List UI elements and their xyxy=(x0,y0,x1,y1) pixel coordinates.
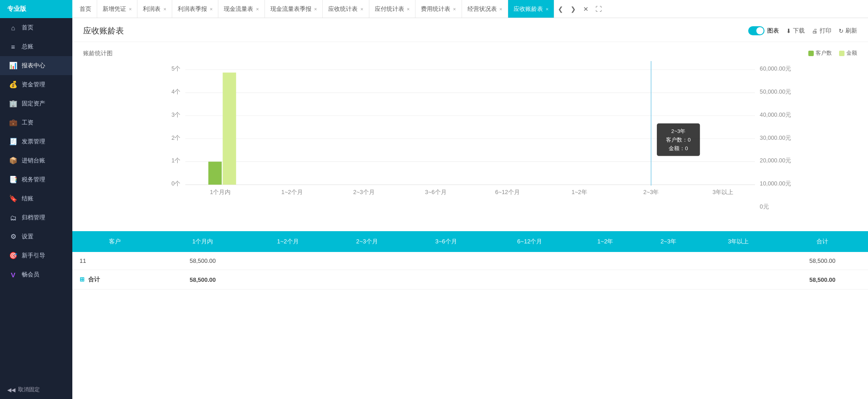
tab-business-stat[interactable]: 经营状况表 × xyxy=(462,0,508,18)
chart-toggle[interactable]: 图表 xyxy=(748,26,779,35)
x-label-month36: 3~6个月 xyxy=(425,189,447,195)
refresh-button[interactable]: ↻ 刷新 xyxy=(839,27,857,35)
td-month36 xyxy=(406,252,486,270)
sidebar-footer-pin[interactable]: ◀◀ 取消固定 xyxy=(0,380,72,399)
x-label-year3plus: 3年以上 xyxy=(712,189,733,195)
download-label: 下载 xyxy=(793,27,805,35)
sidebar-item-funds[interactable]: 💰 资金管理 xyxy=(0,75,72,94)
tab-receivable-age-close[interactable]: × xyxy=(546,6,548,12)
sidebar-item-settings[interactable]: ⚙ 设置 xyxy=(0,227,72,246)
tooltip-amount: 金额：0 xyxy=(669,145,688,151)
tab-expense-stat-close[interactable]: × xyxy=(453,6,456,12)
page-header: 应收账龄表 图表 ⬇ 下载 🖨 打印 ↻ 刷新 xyxy=(72,18,868,42)
td-total: 58,500.00 xyxy=(777,252,868,270)
tab-prev-btn[interactable]: ❮ xyxy=(554,0,567,18)
refresh-icon: ↻ xyxy=(839,28,844,34)
footer-label: 取消固定 xyxy=(18,386,40,394)
tab-close-all-btn[interactable]: ✕ xyxy=(580,0,592,18)
toggle-track[interactable] xyxy=(748,26,764,35)
sidebar-item-home[interactable]: ⌂ 首页 xyxy=(0,18,72,37)
sidebar-item-reports[interactable]: 📊 报表中心 xyxy=(0,56,72,75)
print-button[interactable]: 🖨 打印 xyxy=(812,27,831,35)
funds-icon: 💰 xyxy=(9,81,17,89)
tab-cashflow[interactable]: 现金流量表 × xyxy=(218,0,264,18)
tab-cashflow-close[interactable]: × xyxy=(256,6,259,12)
tab-expense-stat[interactable]: 费用统计表 × xyxy=(415,0,462,18)
sidebar-label-settle: 结账 xyxy=(22,195,33,203)
sidebar-item-purchase[interactable]: 📦 进销台账 xyxy=(0,151,72,170)
download-icon: ⬇ xyxy=(786,28,791,34)
archive-icon: 🗂 xyxy=(9,214,17,222)
print-icon: 🖨 xyxy=(812,28,818,34)
td-total-total: 58,500.00 xyxy=(777,270,868,290)
tab-business-stat-close[interactable]: × xyxy=(500,6,502,12)
y-label-1: 1个 xyxy=(171,157,180,164)
legend-amount-label: 金额 xyxy=(846,49,857,57)
chart-svg: 5个 4个 3个 2个 1个 0个 60,000.00元 50,000.00元 … xyxy=(83,61,857,224)
table-wrapper: 客户 1个月内 1~2个月 2~3个月 3~6个月 6~12个月 1~2年 2~… xyxy=(72,231,868,299)
sidebar-item-ledger[interactable]: ≡ 总账 xyxy=(0,37,72,56)
th-month612: 6~12个月 xyxy=(486,231,574,252)
tab-home[interactable]: 首页 xyxy=(74,0,97,18)
ledger-icon: ≡ xyxy=(9,43,17,51)
y-label-5: 5个 xyxy=(171,66,180,72)
sidebar-item-vip[interactable]: V 畅会员 xyxy=(0,265,72,284)
tab-cashflow-quarter[interactable]: 现金流量表季报 × xyxy=(265,0,323,18)
tab-receivable-age[interactable]: 应收账龄表 × xyxy=(508,0,554,18)
td-total-year12 xyxy=(574,270,637,290)
toggle-label: 图表 xyxy=(767,27,779,35)
sidebar-label-assets: 固定资产 xyxy=(22,100,45,108)
settings-icon: ⚙ xyxy=(9,233,17,241)
td-year23 xyxy=(637,252,700,270)
tab-receivable-stat[interactable]: 应收统计表 × xyxy=(323,0,369,18)
total-icon: ⊞ xyxy=(80,276,85,283)
tab-cashflow-quarter-close[interactable]: × xyxy=(314,6,317,12)
sidebar: 专业版 ⌂ 首页 ≡ 总账 📊 报表中心 💰 资金管理 🏢 固定资产 💼 工资 … xyxy=(0,0,72,399)
tab-receivable-stat-label: 应收统计表 xyxy=(328,5,358,13)
sidebar-item-assets[interactable]: 🏢 固定资产 xyxy=(0,94,72,113)
tab-business-stat-label: 经营状况表 xyxy=(467,5,497,13)
th-month12: 1~2个月 xyxy=(248,231,327,252)
yr-label-1: 10,000.00元 xyxy=(760,180,791,187)
sidebar-item-invoice[interactable]: 🧾 发票管理 xyxy=(0,132,72,151)
reports-icon: 📊 xyxy=(9,62,17,70)
td-month23 xyxy=(327,252,406,270)
yr-label-5: 50,000.00元 xyxy=(760,89,791,95)
th-month36: 3~6个月 xyxy=(406,231,486,252)
sidebar-item-settle[interactable]: 🔖 结账 xyxy=(0,189,72,208)
tab-payable-stat-close[interactable]: × xyxy=(407,6,410,12)
tab-profit-close[interactable]: × xyxy=(163,6,166,12)
td-month12 xyxy=(248,252,327,270)
chart-title: 账龄统计图 xyxy=(83,49,857,57)
tab-cashflow-quarter-label: 现金流量表季报 xyxy=(270,5,311,13)
tab-profit[interactable]: 利润表 × xyxy=(137,0,172,18)
refresh-label: 刷新 xyxy=(845,27,857,35)
purchase-icon: 📦 xyxy=(9,157,17,165)
sidebar-item-archive[interactable]: 🗂 归档管理 xyxy=(0,208,72,227)
sidebar-item-salary[interactable]: 💼 工资 xyxy=(0,113,72,132)
sidebar-label-ledger: 总账 xyxy=(22,43,33,51)
yr-label-4: 40,000.00元 xyxy=(760,112,791,118)
tab-profit-quarter-close[interactable]: × xyxy=(210,6,212,12)
yr-label-6: 60,000.00元 xyxy=(760,66,791,72)
tab-receivable-stat-close[interactable]: × xyxy=(360,6,363,12)
download-button[interactable]: ⬇ 下载 xyxy=(786,27,805,35)
tab-profit-quarter[interactable]: 利润表季报 × xyxy=(172,0,218,18)
sidebar-item-guide[interactable]: 🎯 新手引导 xyxy=(0,246,72,265)
sidebar-item-tax[interactable]: 📑 税务管理 xyxy=(0,170,72,189)
tab-voucher[interactable]: 新增凭证 × xyxy=(97,0,137,18)
chart-container: 5个 4个 3个 2个 1个 0个 60,000.00元 50,000.00元 … xyxy=(83,61,857,224)
y-label-3: 3个 xyxy=(171,112,180,118)
td-total-year3plus xyxy=(700,270,777,290)
tab-expand-btn[interactable]: ⛶ xyxy=(592,0,605,18)
tab-payable-stat[interactable]: 应付统计表 × xyxy=(369,0,415,18)
td-total-month12 xyxy=(248,270,327,290)
th-customer: 客户 xyxy=(72,231,157,252)
tab-next-btn[interactable]: ❯ xyxy=(567,0,580,18)
legend-customers-dot xyxy=(808,51,814,56)
tab-voucher-close[interactable]: × xyxy=(129,6,132,12)
y-label-0: 0个 xyxy=(171,180,180,187)
td-year3plus xyxy=(700,252,777,270)
sidebar-label-guide: 新手引导 xyxy=(22,252,45,260)
td-year12 xyxy=(574,252,637,270)
